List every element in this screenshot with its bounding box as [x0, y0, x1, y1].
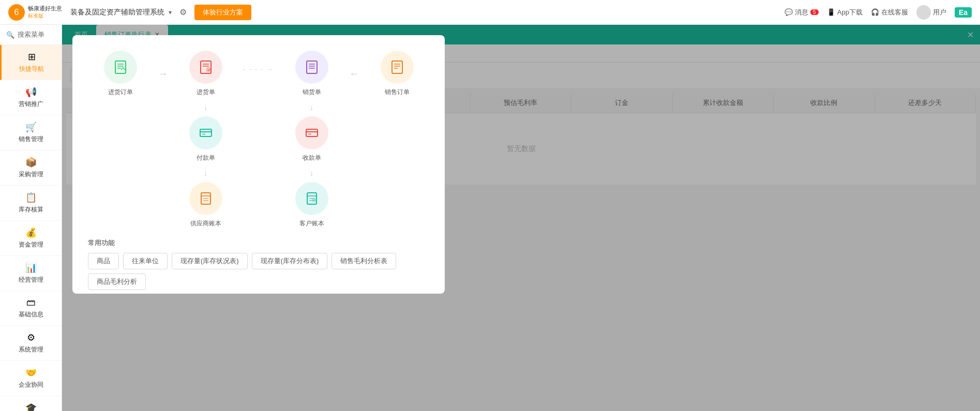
- user-item[interactable]: 用户: [916, 5, 946, 20]
- sales-icon: 🛒: [25, 121, 37, 133]
- supplier-ledger-circle: [189, 182, 222, 215]
- flow-node-sales-order[interactable]: 销售订单: [365, 51, 429, 97]
- sidebar-item-sales[interactable]: 🛒 销售管理: [0, 115, 62, 150]
- sidebar-item-marketing[interactable]: 📢 营销推广: [0, 80, 62, 115]
- search-label: 搜索菜单: [18, 30, 44, 39]
- flow-node-sales-bill[interactable]: 销货单: [279, 51, 344, 97]
- purchase-icon: 📦: [25, 157, 37, 168]
- online-service-label: 在线客服: [881, 8, 908, 17]
- avatar: [916, 5, 931, 20]
- func-btn-product-gross[interactable]: 商品毛利分析: [88, 273, 146, 290]
- experience-button[interactable]: 体验行业方案: [194, 5, 251, 20]
- func-btn-product[interactable]: 商品: [88, 253, 119, 269]
- content-area: 首页 销售订单执行表 ✕ ✕ ❓ 帮助 🖨 按模板打印 ▾: [62, 25, 980, 411]
- app-download-item[interactable]: 📱 App下载: [827, 8, 863, 17]
- flow-node-receipt[interactable]: 收款单: [279, 116, 344, 162]
- logo-text: 畅康通好生意: [28, 5, 62, 12]
- func-btn-inventory-status[interactable]: 现存量(库存状况表): [172, 253, 248, 269]
- operations-icon: 📊: [25, 262, 37, 273]
- dashed-arrow: - - - - →: [243, 66, 274, 73]
- svg-rect-0: [115, 61, 126, 73]
- message-label: 消息: [795, 8, 808, 17]
- purchase-order-circle: [104, 51, 137, 84]
- func-btn-inventory-dist[interactable]: 现存量(库存分布表): [252, 253, 328, 269]
- guide-icon: 🎓: [25, 402, 37, 411]
- down-arrow-payment: ↓: [173, 166, 238, 180]
- func-btns-row1: 商品 往来单位 现存量(库存状况表) 现存量(库存分布表) 销售毛利分析表 商品…: [88, 253, 429, 290]
- top-bar-right: 💬 消息 5 📱 App下载 🎧 在线客服 用户 Ea: [785, 5, 972, 20]
- modal-overlay[interactable]: 进货订单 → ✓ 进货单 - - - - →: [62, 25, 980, 411]
- svg-text:✓: ✓: [207, 68, 211, 72]
- quick-nav-icon: ⊞: [28, 51, 36, 63]
- receipt-label: 收款单: [303, 154, 321, 162]
- user-label: 用户: [933, 8, 946, 17]
- supplier-ledger-label: 供应商账本: [190, 219, 221, 228]
- sidebar-item-quick-nav[interactable]: ⊞ 快捷导航: [0, 45, 62, 80]
- sidebar-item-cooperation[interactable]: 🤝 企业协同: [0, 361, 62, 396]
- purchase-bill-circle: ✓: [189, 51, 222, 84]
- arrow-2: ←: [344, 68, 365, 80]
- finance-icon: 💰: [25, 227, 37, 238]
- basic-info-icon: 🗃: [26, 297, 36, 308]
- sidebar-item-label: 企业协同: [19, 380, 43, 389]
- sidebar-item-label: 营销推广: [19, 100, 43, 109]
- marketing-icon: 📢: [25, 86, 37, 98]
- main-layout: 🔍 搜索菜单 ⊞ 快捷导航 📢 营销推广 🛒 销售管理 📦 采购管理 📋 库存核…: [0, 25, 980, 411]
- sidebar-item-finance[interactable]: 💰 资金管理: [0, 221, 62, 256]
- flow-node-purchase-bill[interactable]: ✓ 进货单: [173, 51, 238, 97]
- sidebar-item-inventory[interactable]: 📋 库存核算: [0, 186, 62, 221]
- ea-badge: Ea: [955, 7, 972, 18]
- func-btn-sales-gross[interactable]: 销售毛利分析表: [331, 253, 396, 269]
- svg-rect-22: [308, 133, 311, 135]
- online-service-icon: 🎧: [871, 8, 879, 16]
- sidebar-item-label: 库存核算: [19, 205, 43, 214]
- flow-node-purchase-order[interactable]: 进货订单: [88, 51, 153, 97]
- system-icon: ⚙: [27, 332, 35, 343]
- sales-bill-circle: [295, 51, 328, 84]
- arrow-1: →: [153, 68, 173, 80]
- flow-node-payment[interactable]: 付款单: [173, 116, 238, 162]
- logo-sub: 标准版: [28, 12, 62, 20]
- sidebar-search[interactable]: 🔍 搜索菜单: [0, 25, 62, 45]
- receipt-circle: [295, 116, 328, 149]
- sidebar-item-label: 采购管理: [19, 170, 43, 179]
- flow-node-supplier-ledger[interactable]: 供应商账本: [173, 182, 238, 228]
- message-badge: 5: [810, 9, 819, 15]
- online-service-item[interactable]: 🎧 在线客服: [871, 8, 908, 17]
- svg-rect-19: [202, 133, 205, 135]
- top-bar: 6 畅康通好生意 标准版 装备及固定资产辅助管理系统 ▾ ⚙ 体验行业方案 💬 …: [0, 0, 980, 25]
- sales-order-circle: [381, 51, 414, 84]
- svg-rect-9: [307, 61, 317, 73]
- purchase-order-label: 进货订单: [108, 88, 133, 97]
- down-arrow-receipt: ↓: [279, 166, 344, 180]
- sales-bill-label: 销货单: [303, 88, 321, 97]
- svg-rect-20: [306, 129, 318, 136]
- sidebar-item-label: 经营管理: [19, 276, 43, 284]
- sidebar-item-operations[interactable]: 📊 经营管理: [0, 256, 62, 291]
- svg-rect-17: [200, 129, 212, 136]
- sidebar-item-label: 资金管理: [19, 240, 43, 249]
- search-icon: 🔍: [6, 31, 14, 39]
- app-download-icon: 📱: [827, 8, 835, 16]
- logo-area: 6 畅康通好生意 标准版: [8, 4, 70, 21]
- system-dropdown-button[interactable]: ▾: [169, 9, 172, 16]
- customer-ledger-label: 客户账本: [299, 219, 324, 228]
- func-btn-partners[interactable]: 往来单位: [123, 253, 168, 269]
- customer-ledger-circle: [295, 182, 328, 215]
- sales-order-label: 销售订单: [385, 88, 410, 97]
- message-item[interactable]: 💬 消息 5: [785, 8, 819, 17]
- sidebar-item-label: 快捷导航: [19, 65, 44, 73]
- sidebar-item-system[interactable]: ⚙ 系统管理: [0, 326, 62, 361]
- inventory-icon: 📋: [25, 192, 37, 203]
- common-funcs-section: 常用功能 商品 往来单位 现存量(库存状况表) 现存量(库存分布表) 销售毛利分…: [88, 238, 429, 294]
- flow-node-customer-ledger[interactable]: 客户账本: [279, 182, 344, 228]
- svg-rect-13: [392, 61, 402, 73]
- modal: 进货订单 → ✓ 进货单 - - - - →: [72, 35, 445, 294]
- system-title: 装备及固定资产辅助管理系统: [70, 8, 164, 17]
- settings-button[interactable]: ⚙: [176, 5, 190, 20]
- sidebar-item-guide[interactable]: 🎓 新手引导: [0, 396, 62, 411]
- sidebar-item-basic-info[interactable]: 🗃 基础信息: [0, 291, 62, 326]
- sidebar-item-purchase[interactable]: 📦 采购管理: [0, 150, 62, 186]
- app-download-label: App下载: [837, 8, 863, 17]
- logo-icon: 6: [8, 4, 25, 21]
